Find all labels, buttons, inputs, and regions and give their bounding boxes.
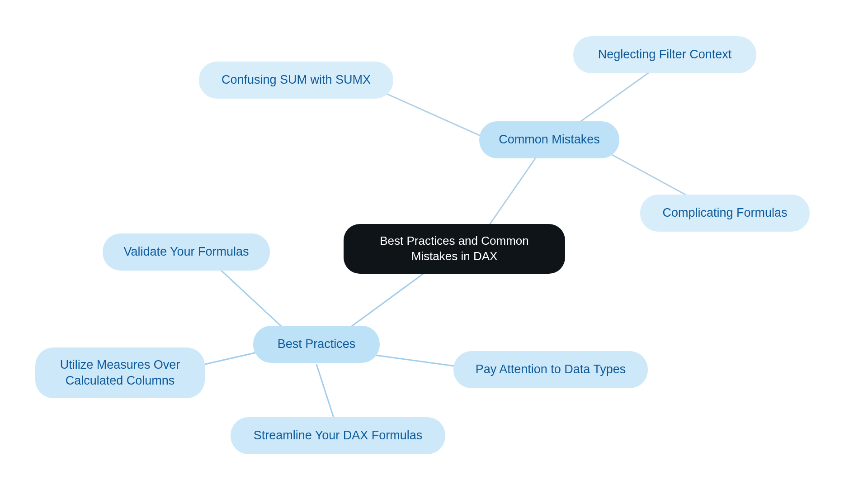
edge-cm-to-neglecting-filter — [576, 68, 656, 124]
leaf-neglecting-filter[interactable]: Neglecting Filter Context — [573, 36, 756, 73]
leaf-complicating-formulas[interactable]: Complicating Formulas — [640, 195, 810, 232]
leaf-validate-formulas[interactable]: Validate Your Formulas — [103, 233, 270, 271]
leaf-measures-over-columns[interactable]: Utilize Measures Over Calculated Columns — [35, 347, 205, 398]
leaf-streamline-formulas[interactable]: Streamline Your DAX Formulas — [231, 417, 445, 454]
root-node[interactable]: Best Practices and Common Mistakes in DA… — [344, 224, 565, 274]
leaf-data-types[interactable]: Pay Attention to Data Types — [453, 351, 648, 388]
edge-cm-to-confusing-sum — [384, 93, 491, 140]
mindmap-canvas: Best Practices and Common Mistakes in DA… — [0, 0, 868, 490]
edge-root-to-common-mistakes — [484, 149, 542, 233]
leaf-confusing-sum[interactable]: Confusing SUM with SUMX — [199, 62, 393, 99]
branch-best-practices[interactable]: Best Practices — [253, 326, 380, 363]
branch-common-mistakes[interactable]: Common Mistakes — [479, 121, 619, 158]
